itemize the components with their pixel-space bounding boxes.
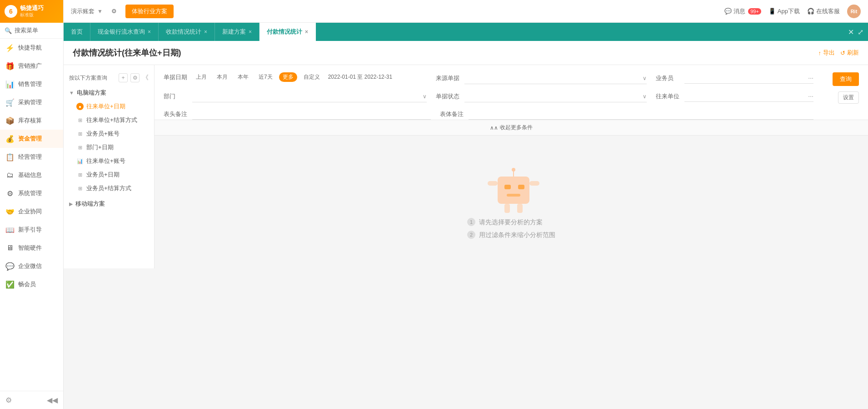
avatar[interactable]: Rit [847, 5, 861, 18]
sidebar-item-sales[interactable]: 📊 销售管理 [0, 75, 63, 93]
filter-partner: 往来单位 ··· [656, 91, 814, 102]
table-body-note-input[interactable] [469, 109, 814, 120]
search-menu[interactable]: 🔍 搜索菜单 [0, 23, 63, 39]
settings-footer-icon[interactable]: ⚙ [5, 396, 12, 404]
tab-home[interactable]: 首页 [64, 23, 90, 41]
sidebar-item-finance[interactable]: 💰 资金管理 [0, 130, 63, 148]
tab-new-scheme[interactable]: 新建方案 × [215, 23, 259, 41]
partner-account-label: 往来单位+账号 [86, 157, 125, 165]
logo-text-group: 畅捷通巧 标准版 [20, 5, 44, 18]
sidebar-item-label: 经营管理 [18, 153, 42, 161]
tab-cash-flow-label: 现金银行流水查询 [98, 28, 145, 36]
collapse-more-label: 收起更多条件 [500, 124, 533, 131]
collapse-more-btn[interactable]: ∧∧ 收起更多条件 [155, 120, 868, 135]
topbar-settings-btn[interactable]: ⚙ [107, 5, 121, 18]
filter-table-header-note: 表头备注 [164, 109, 431, 120]
logo-icon: 6 [5, 5, 17, 18]
voucher-status-chevron-icon: ∨ [643, 93, 647, 100]
sidebar-item-label: 库存核算 [18, 116, 42, 125]
sidebar-item-system[interactable]: ⚙ 系统管理 [0, 184, 63, 202]
voucher-status-select[interactable]: ∨ [464, 91, 646, 102]
app-download-btn[interactable]: 📱 App下载 [768, 7, 800, 15]
scheme-item-staff-account[interactable]: ⊞ 业务员+账号 [64, 127, 154, 141]
scheme-item-partner-date[interactable]: ● 往来单位+日期 [64, 100, 154, 113]
close-tab-btn[interactable]: ✕ [848, 28, 854, 36]
step-2-text: 用过滤条件来缩小分析范围 [479, 228, 555, 241]
scheme-item-staff-settle[interactable]: ⊞ 业务员+结算方式 [64, 182, 154, 195]
filter-table-body-note: 表体备注 [440, 109, 814, 120]
date-option-this-year[interactable]: 本年 [234, 72, 252, 82]
source-voucher-select[interactable]: ∨ [464, 72, 646, 84]
sidebar-footer: ⚙ ◀◀ [0, 391, 63, 409]
tab-new-scheme-label: 新建方案 [222, 28, 246, 36]
sidebar-item-guide[interactable]: 📖 新手引导 [0, 221, 63, 239]
filter-staff: 业务员 ··· [656, 72, 814, 84]
add-scheme-btn[interactable]: + [119, 73, 128, 82]
tab-home-label: 首页 [71, 28, 83, 36]
edit-scheme-btn[interactable]: ⚙ [130, 73, 140, 82]
app-version: 标准版 [20, 12, 44, 18]
tab-payment-stats-close[interactable]: × [305, 29, 308, 35]
scheme-group-desktop-title[interactable]: ▼ 电脑端方案 [64, 86, 154, 100]
tab-payment-stats[interactable]: 付款情况统计 × [259, 23, 316, 41]
sidebar-item-vip[interactable]: ✅ 畅会员 [0, 275, 63, 293]
sidebar-item-purchase[interactable]: 🛒 采购管理 [0, 93, 63, 111]
tab-receipt-stats-close[interactable]: × [204, 29, 207, 35]
staff-dots-icon[interactable]: ··· [808, 74, 813, 81]
app-download-icon: 📱 [768, 8, 776, 15]
sidebar-item-inventory[interactable]: 📦 库存核算 [0, 111, 63, 130]
scheme-item-dept-date[interactable]: ⊞ 部门+日期 [64, 141, 154, 154]
maximize-btn[interactable]: ⤢ [858, 28, 863, 36]
date-option-more[interactable]: 更多 [279, 72, 297, 82]
filter-row-1: 单据日期 上月 本月 本年 近7天 更多 自定义 [164, 72, 813, 84]
sidebar-item-label: 畅会员 [18, 280, 36, 288]
sidebar-item-label: 资金管理 [18, 135, 42, 143]
partner-dots-icon[interactable]: ··· [808, 92, 813, 100]
partner-settle-label: 往来单位+结算方式 [86, 116, 137, 124]
sidebar-item-basic-info[interactable]: 🗂 基础信息 [0, 166, 63, 184]
collapse-sidebar-icon[interactable]: ◀◀ [47, 396, 58, 404]
partner-account-icon: 📊 [76, 157, 84, 165]
tab-cash-flow[interactable]: 现金银行流水查询 × [90, 23, 159, 41]
tab-cash-flow-close[interactable]: × [148, 29, 151, 35]
tab-receipt-stats[interactable]: 收款情况统计 × [159, 23, 215, 41]
date-option-custom[interactable]: 自定义 [300, 72, 324, 82]
page-content: 付款情况统计(往来单位+日期) ↑ 导出 ↺ 刷新 按 [64, 41, 868, 409]
table-body-note-label: 表体备注 [440, 110, 465, 118]
scheme-item-partner-account[interactable]: 📊 往来单位+账号 [64, 154, 154, 168]
left-panel-header: 按以下方案查询 + ⚙ 《 [64, 70, 154, 86]
scheme-item-staff-date[interactable]: ⊞ 业务员+日期 [64, 168, 154, 182]
svg-rect-1 [504, 185, 511, 189]
refresh-icon: ↺ [840, 50, 845, 56]
table-header-note-input[interactable] [192, 109, 431, 120]
scheme-item-partner-settle[interactable]: ⊞ 往来单位+结算方式 [64, 113, 154, 127]
company-selector[interactable]: 演示账套 ▼ [71, 7, 103, 15]
page-header-actions: ↑ 导出 ↺ 刷新 [818, 49, 859, 57]
sidebar-item-quick-nav[interactable]: ⚡ 快捷导航 [0, 39, 63, 57]
tab-new-scheme-close[interactable]: × [249, 29, 252, 35]
date-option-last-7-days[interactable]: 近7天 [255, 72, 276, 82]
sidebar-item-operation[interactable]: 📋 经营管理 [0, 148, 63, 166]
sidebar-item-marketing[interactable]: 🎁 营销推广 [0, 57, 63, 75]
empty-step-2: 2 用过滤条件来缩小分析范围 [467, 228, 555, 241]
dept-select[interactable]: ∨ [192, 91, 427, 102]
mobile-group-label: 移动端方案 [75, 200, 105, 208]
setting-btn[interactable]: 设置 [838, 91, 859, 104]
staff-account-label: 业务员+账号 [86, 130, 120, 138]
sidebar-item-smart-hw[interactable]: 🖥 智能硬件 [0, 239, 63, 257]
finance-icon: 💰 [5, 134, 15, 143]
collapse-panel-btn[interactable]: 《 [142, 74, 149, 82]
export-btn[interactable]: ↑ 导出 [818, 49, 835, 57]
message-btn[interactable]: 💬 消息 99+ [724, 7, 761, 15]
refresh-btn[interactable]: ↺ 刷新 [840, 49, 859, 57]
sidebar-item-wechat[interactable]: 💬 企业微信 [0, 257, 63, 275]
query-btn[interactable]: 查询 [833, 72, 859, 86]
date-option-last-month[interactable]: 上月 [192, 72, 210, 82]
date-option-this-month[interactable]: 本月 [213, 72, 231, 82]
scheme-group-mobile-title[interactable]: ▶ 移动端方案 [64, 197, 154, 211]
empty-step-1: 1 请先选择要分析的方案 [467, 216, 555, 228]
trial-btn[interactable]: 体验行业方案 [125, 5, 174, 18]
sales-icon: 📊 [5, 80, 15, 89]
sidebar-item-cooperation[interactable]: 🤝 企业协同 [0, 202, 63, 221]
online-service-btn[interactable]: 🎧 在线客服 [807, 7, 840, 15]
